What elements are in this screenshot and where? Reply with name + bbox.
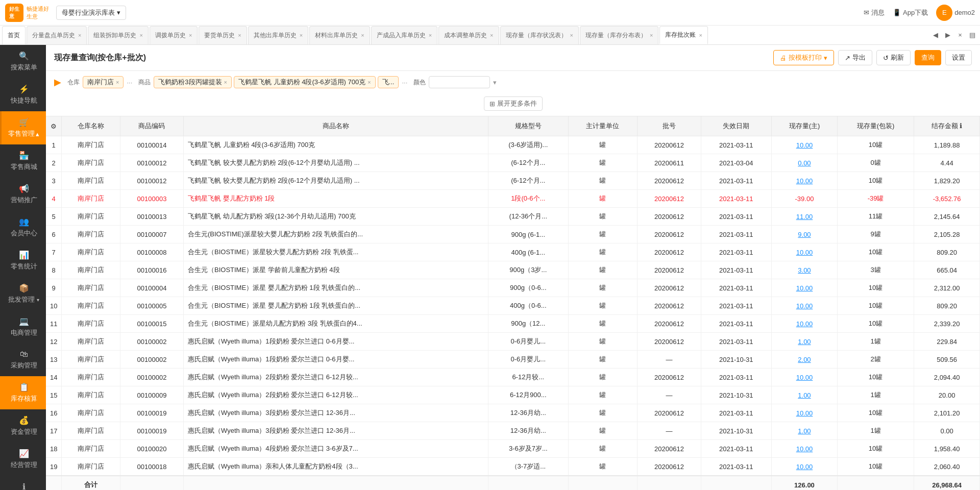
- row-spec: 12-36月幼...: [488, 422, 568, 440]
- row-warehouse: 南岸门店: [62, 243, 120, 261]
- tab-11[interactable]: 库存批次账 ×: [659, 26, 707, 44]
- tab-menu-button[interactable]: ▤: [967, 30, 978, 41]
- tab-3[interactable]: 调拨单历史 ×: [150, 26, 198, 44]
- tab-close-3[interactable]: ×: [189, 32, 192, 38]
- user-menu[interactable]: E demo2: [936, 5, 975, 21]
- row-qty-main[interactable]: 10.00: [772, 315, 838, 333]
- tab-close-5[interactable]: ×: [300, 32, 303, 38]
- warehouse-tag-text: 南岸门店: [87, 78, 114, 87]
- row-qty-main[interactable]: 1.00: [772, 333, 838, 351]
- row-qty-pkg: 0罐: [837, 154, 914, 172]
- tab-close-7[interactable]: ×: [429, 32, 432, 38]
- sidebar-item-ops[interactable]: 📈 经营管理: [0, 443, 46, 476]
- row-qty-main[interactable]: 10.00: [772, 297, 838, 315]
- warehouse-tag-remove[interactable]: ×: [116, 79, 119, 85]
- sidebar-label-purchase: 采购管理: [11, 361, 37, 370]
- sidebar-item-retail-stats[interactable]: 📊 零售统计: [0, 244, 46, 277]
- sidebar-item-member[interactable]: 👥 会员中心: [0, 211, 46, 244]
- row-qty-main[interactable]: 1.00: [772, 386, 838, 404]
- tab-close-4[interactable]: ×: [238, 32, 241, 38]
- tab-close-11[interactable]: ×: [699, 32, 702, 38]
- row-batch: —: [638, 351, 701, 369]
- tab-4[interactable]: 要货单历史 ×: [199, 26, 247, 44]
- row-qty-main[interactable]: 10.00: [772, 458, 838, 476]
- sidebar-item-ecommerce[interactable]: 💻 电商管理: [0, 310, 46, 344]
- row-batch: 20200612: [638, 172, 701, 190]
- row-qty-main[interactable]: 10.00: [772, 136, 838, 154]
- sidebar-item-marketing[interactable]: 📢 营销推广: [0, 178, 46, 211]
- row-qty-pkg: 2罐: [837, 351, 914, 369]
- table-row: 11南岸门店00100015合生元（BIOSTIME）派星幼儿配方奶粉 3段 乳…: [46, 315, 980, 333]
- row-qty-main[interactable]: 3.00: [772, 261, 838, 279]
- sidebar-item-nav[interactable]: ⚡ 快捷导航: [0, 78, 46, 111]
- query-button[interactable]: 查询: [915, 50, 941, 65]
- refresh-button[interactable]: ↺ 刷新: [876, 50, 911, 65]
- settings-button[interactable]: 设置: [945, 50, 972, 65]
- row-qty-main[interactable]: 2.00: [772, 351, 838, 369]
- tab-5[interactable]: 其他出库单历史 ×: [248, 26, 308, 44]
- sidebar-item-finance[interactable]: 💰 资金管理: [0, 409, 46, 443]
- expand-arrow-icon[interactable]: ▶: [54, 77, 61, 88]
- product-tag-2-remove[interactable]: ×: [368, 79, 371, 85]
- tab-6[interactable]: 材料出库单历史 ×: [309, 26, 370, 44]
- row-qty-main[interactable]: 1.00: [772, 422, 838, 440]
- sidebar-item-purchase[interactable]: 🛍 采购管理: [0, 344, 46, 376]
- tab-prev-button[interactable]: ◀: [930, 30, 941, 41]
- col-setting[interactable]: ⚙: [46, 116, 62, 136]
- tab-close-9[interactable]: ×: [570, 32, 573, 38]
- tab-next-button[interactable]: ▶: [942, 30, 953, 41]
- row-spec: （3-7岁适...: [488, 458, 568, 476]
- row-warehouse: 南岸门店: [62, 190, 120, 208]
- row-code: 00100008: [120, 243, 183, 261]
- tab-close-1[interactable]: ×: [78, 32, 81, 38]
- row-qty-pkg: 10罐: [837, 440, 914, 458]
- tab-close-6[interactable]: ×: [361, 32, 364, 38]
- message-label: 消息: [871, 8, 885, 17]
- message-button[interactable]: ✉ 消息: [864, 8, 885, 17]
- export-button[interactable]: ↗ 导出: [838, 50, 872, 65]
- sidebar-item-retail-mgmt[interactable]: 🛒 零售管理 ▴: [0, 111, 46, 144]
- row-qty-main[interactable]: 10.00: [772, 279, 838, 297]
- row-expire: 2021-03-11: [701, 279, 771, 297]
- tab-close-2[interactable]: ×: [139, 32, 142, 38]
- row-qty-pkg: 10罐: [837, 369, 914, 386]
- row-qty-main[interactable]: 10.00: [772, 440, 838, 458]
- row-amount: 1,958.40: [914, 440, 980, 458]
- sidebar-item-retail-shop[interactable]: 🏪 零售商城: [0, 144, 46, 178]
- sidebar-item-inventory[interactable]: 📋 库存核算: [0, 376, 46, 409]
- row-expire: 2021-03-11: [701, 440, 771, 458]
- top-bar: 好生意 畅捷通好生意 母婴行业演示库表 ▾ ✉ 消息 📱 App下载 E dem…: [0, 0, 980, 26]
- row-qty-main[interactable]: 0.00: [772, 154, 838, 172]
- sidebar-item-wholesale[interactable]: 📦 批发管理 ▾: [0, 277, 46, 310]
- row-qty-main[interactable]: 9.00: [772, 226, 838, 243]
- row-qty-main[interactable]: 11.00: [772, 208, 838, 226]
- table-row: 15南岸门店00100009惠氏启赋（Wyeth illuma）2段奶粉 爱尔兰…: [46, 386, 980, 404]
- row-qty-main[interactable]: 10.00: [772, 369, 838, 386]
- product-more-icon: ···: [402, 79, 407, 86]
- tab-close-all-button[interactable]: ×: [954, 30, 966, 41]
- row-qty-main[interactable]: 10.00: [772, 243, 838, 261]
- tab-8[interactable]: 成本调整单历史 ×: [438, 26, 499, 44]
- product-tag-1-remove[interactable]: ×: [224, 79, 227, 85]
- print-button[interactable]: 🖨 按模板打印 ▾: [773, 50, 834, 65]
- expand-conditions-button[interactable]: ⊞ 展开更多条件: [484, 96, 543, 111]
- row-code: 00100009: [120, 386, 183, 404]
- tab-close-8[interactable]: ×: [490, 32, 493, 38]
- tab-10[interactable]: 现存量（库存分布表） ×: [580, 26, 658, 44]
- row-unit: 罐: [568, 404, 638, 422]
- sidebar-item-search[interactable]: 🔍 搜索菜单: [0, 45, 46, 78]
- app-download-button[interactable]: 📱 App下载: [893, 8, 928, 17]
- row-qty-main[interactable]: -39.00: [772, 190, 838, 208]
- color-input[interactable]: [429, 76, 490, 88]
- store-selector[interactable]: 母婴行业演示库表 ▾: [56, 6, 126, 20]
- tab-home[interactable]: 首页: [2, 26, 26, 44]
- tab-2[interactable]: 组装拆卸单历史 ×: [88, 26, 148, 44]
- tab-9[interactable]: 现存量（库存状况表） ×: [500, 26, 579, 44]
- sidebar-item-basic[interactable]: ℹ 基础信息: [0, 476, 46, 490]
- tab-close-10[interactable]: ×: [650, 32, 653, 38]
- row-qty-main[interactable]: 10.00: [772, 404, 838, 422]
- row-qty-main[interactable]: 10.00: [772, 172, 838, 190]
- col-expire: 失效日期: [701, 116, 771, 136]
- tab-7[interactable]: 产成品入库单历史 ×: [371, 26, 437, 44]
- tab-1[interactable]: 分量盘点单历史 ×: [27, 26, 87, 44]
